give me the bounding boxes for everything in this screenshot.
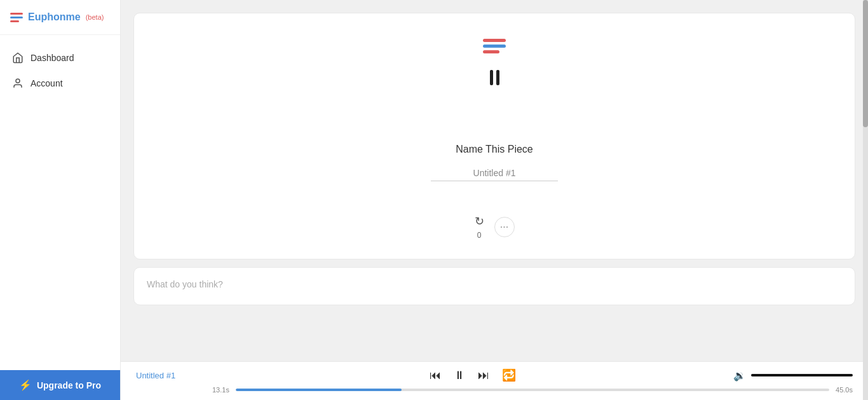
sidebar-nav: Dashboard Account — [0, 35, 120, 370]
pause-icon-player: ⏸ — [454, 369, 465, 382]
repeat-count: 0 — [477, 231, 482, 240]
app-name: Euphonme — [28, 11, 81, 23]
volume-area: 🔉 — [733, 369, 853, 382]
upgrade-label: Upgrade to Pro — [37, 380, 101, 390]
sidebar-item-dashboard[interactable]: Dashboard — [0, 45, 120, 71]
player-title-text: Untitled — [136, 371, 166, 380]
dots-icon: ··· — [500, 221, 508, 233]
sidebar-item-label-dashboard: Dashboard — [31, 53, 74, 63]
card-name-this-piece-label: Name This Piece — [456, 144, 533, 155]
total-time: 45.0s — [836, 386, 853, 394]
progress-track[interactable] — [236, 389, 829, 391]
logo-bar-blue — [10, 17, 23, 18]
player-track-title: Untitled #1 — [136, 371, 212, 380]
logo-bar-red-1 — [10, 13, 23, 15]
sidebar-item-account[interactable]: Account — [0, 71, 120, 96]
repeat-icon: ↻ — [475, 214, 484, 228]
repeat-button[interactable]: ↻ 0 — [475, 214, 484, 240]
app-badge: (beta) — [86, 13, 104, 21]
volume-icon: 🔉 — [733, 369, 746, 382]
rewind-icon: ⏮ — [430, 369, 441, 382]
fast-forward-icon: ⏭ — [478, 369, 489, 382]
pause-bar-right — [496, 70, 499, 85]
svg-point-0 — [16, 79, 20, 83]
scrollbar-thumb[interactable] — [863, 0, 868, 127]
card-logo-bar-red-1 — [483, 39, 506, 42]
music-card: Name This Piece ↻ 0 ··· — [133, 13, 855, 259]
logo-icon — [10, 13, 23, 22]
upgrade-to-pro-button[interactable]: ⚡ Upgrade to Pro — [0, 370, 120, 400]
loop-button[interactable]: 🔁 — [502, 368, 516, 382]
user-icon — [11, 77, 24, 90]
card-logo-bar-blue — [483, 45, 506, 48]
card-actions: ↻ 0 ··· — [475, 214, 515, 240]
logo-bar-red-2 — [10, 20, 19, 22]
logo-area: Euphonme (beta) — [0, 0, 120, 35]
rewind-button[interactable]: ⏮ — [430, 369, 441, 382]
card-logo — [483, 39, 506, 53]
player-progress-row: 13.1s 45.0s — [212, 386, 853, 394]
player-controls: Untitled #1 ⏮ ⏸ ⏭ 🔁 — [136, 368, 853, 382]
pause-bar-left — [490, 70, 493, 85]
comment-placeholder: What do you think? — [147, 279, 223, 289]
fast-forward-button[interactable]: ⏭ — [478, 369, 489, 382]
player-track-number: #1 — [166, 371, 175, 380]
card-logo-bar-red-2 — [483, 50, 499, 53]
loop-icon: 🔁 — [502, 368, 516, 382]
sidebar: Euphonme (beta) Dashboard — [0, 0, 121, 400]
main-content: Name This Piece ↻ 0 ··· What do you thin… — [121, 0, 868, 361]
lightning-icon: ⚡ — [19, 379, 32, 391]
piece-name-input[interactable] — [431, 165, 558, 181]
controls-center: ⏮ ⏸ ⏭ 🔁 — [430, 368, 516, 382]
pause-button[interactable]: ⏸ — [454, 369, 465, 382]
volume-slider[interactable] — [751, 374, 853, 376]
pause-icon — [490, 70, 499, 85]
more-options-button[interactable]: ··· — [494, 217, 515, 237]
sidebar-item-label-account: Account — [31, 78, 63, 88]
home-icon — [11, 52, 24, 64]
comment-box[interactable]: What do you think? — [133, 267, 855, 305]
current-time: 13.1s — [212, 386, 229, 394]
scrollbar-track[interactable] — [863, 0, 868, 400]
progress-fill — [236, 389, 402, 391]
player-bar: Untitled #1 ⏮ ⏸ ⏭ 🔁 — [121, 361, 868, 400]
